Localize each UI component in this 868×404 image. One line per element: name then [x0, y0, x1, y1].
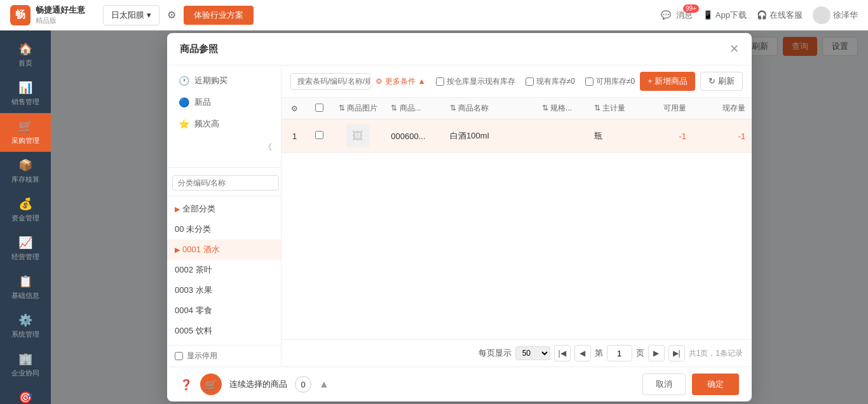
- cat-label-0004: 0004 零食: [175, 305, 212, 316]
- row-avail: -1: [634, 119, 693, 153]
- row-spec: [536, 119, 588, 153]
- cat-label-0001: 0001 酒水: [182, 244, 220, 255]
- messages-badge[interactable]: 💬 99+ 消息: [661, 10, 693, 21]
- category-search-input[interactable]: [172, 175, 279, 191]
- per-page-label: 每页显示: [478, 347, 512, 359]
- col-header-code: ⇅ 商品...: [384, 98, 444, 119]
- select-all-checkbox[interactable]: [315, 104, 323, 112]
- action-buttons: + 新增商品 ↻ 刷新: [640, 72, 743, 91]
- row-image: 🖼: [331, 119, 384, 153]
- col-header-image: ⇅ 商品图片: [331, 98, 384, 119]
- navbar: 畅 畅捷通好生意 精品版 日太阳膜 ▾ ⚙ 体验行业方案 💬 99+ 消息 📱 …: [0, 0, 868, 30]
- more-filters-button[interactable]: ⚙ 更多条件 ▲: [376, 76, 426, 87]
- app-download-link[interactable]: 📱 App下载: [703, 10, 747, 21]
- cat-item-0001[interactable]: ▶ 0001 酒水: [167, 239, 281, 260]
- sidebar-item-inventory[interactable]: 📦 库存核算: [0, 152, 51, 191]
- tab-recent-purchase[interactable]: 🕐 近期购买: [172, 71, 276, 91]
- avatar: [813, 6, 831, 24]
- page-input[interactable]: [607, 345, 632, 361]
- cat-item-0005[interactable]: 0005 饮料: [167, 321, 281, 341]
- nav-right: 💬 99+ 消息 📱 App下载 🎧 在线客服 徐泽华: [661, 6, 858, 24]
- page-last-button[interactable]: ▶|: [668, 345, 685, 361]
- collapse-footer-icon[interactable]: ▲: [319, 379, 329, 390]
- confirm-button[interactable]: 确定: [692, 374, 739, 395]
- modal-close-button[interactable]: ✕: [729, 42, 739, 56]
- cancel-button[interactable]: 取消: [642, 374, 686, 395]
- customer-service-link[interactable]: 🎧 在线客服: [757, 10, 803, 21]
- filter-icon: ⚙: [376, 77, 383, 86]
- logo-line2: 精品版: [36, 16, 85, 25]
- current-stock-checkbox[interactable]: [526, 77, 534, 86]
- available-stock-checkbox[interactable]: [585, 77, 593, 86]
- sidebar-item-home[interactable]: 🏠 首页: [0, 36, 51, 74]
- nav-trial-button[interactable]: 体验行业方案: [184, 6, 254, 25]
- col-checkbox: [308, 98, 331, 119]
- col-settings[interactable]: ⚙: [281, 98, 308, 119]
- show-disabled-checkbox[interactable]: [175, 352, 183, 360]
- row-stock: -1: [693, 119, 752, 153]
- high-frequency-label: 频次高: [194, 118, 219, 130]
- sidebar-label-home: 首页: [18, 58, 32, 68]
- logo-line1: 畅捷通好生意: [36, 4, 85, 16]
- col-header-name: ⇅ 商品名称: [444, 98, 535, 119]
- sidebar-item-guide[interactable]: 🎯 新手引导: [0, 384, 51, 404]
- left-panel: 🕐 近期购买 🔵 新品 ⭐ 频次高: [167, 65, 281, 367]
- row-checkbox-1[interactable]: [315, 131, 323, 139]
- cat-label-0005: 0005 饮料: [175, 325, 212, 337]
- sidebar: 🏠 首页 📊 销售管理 🛒 采购管理 📦 库存核算 💰 资金管理 📈 经营管理 …: [0, 30, 51, 404]
- product-search-input[interactable]: [291, 74, 370, 89]
- page-prev-button[interactable]: ◀: [574, 345, 591, 361]
- gear-icon[interactable]: ⚙: [167, 9, 176, 21]
- logo-icon: 畅: [10, 5, 31, 25]
- main-area: ↻ 刷新 查询 设置 商品参照 ✕: [51, 30, 868, 404]
- cat-label-all: 全部分类: [182, 203, 215, 215]
- system-icon: ⚙️: [18, 313, 32, 327]
- cat-item-00[interactable]: 00 未分类: [167, 219, 281, 239]
- help-icon[interactable]: ❓: [180, 379, 193, 391]
- warehouse-stock-label: 按仓库显示现有库存: [447, 76, 515, 87]
- table-row[interactable]: 1 🖼 000600...: [281, 119, 752, 153]
- page-next-button[interactable]: ▶: [648, 345, 665, 361]
- sidebar-label-sales: 销售管理: [11, 97, 39, 107]
- refresh-button[interactable]: ↻ 刷新: [700, 72, 743, 91]
- modal-footer: ❓ 🛒 连续选择的商品 0 ▲ 取消 确定: [167, 367, 752, 401]
- username-label: 徐泽华: [833, 10, 858, 21]
- per-page-select[interactable]: 50 100 200: [515, 346, 550, 360]
- cat-item-all[interactable]: ▶ 全部分类: [167, 199, 281, 219]
- sidebar-item-operations[interactable]: 📈 经营管理: [0, 229, 51, 268]
- filter-checkbox-1: 按仓库显示现有库存: [436, 76, 515, 87]
- inventory-icon: 📦: [18, 158, 32, 172]
- page-first-button[interactable]: |◀: [554, 345, 571, 361]
- sidebar-item-basic-info[interactable]: 📋 基础信息: [0, 268, 51, 307]
- sidebar-item-sales[interactable]: 📊 销售管理: [0, 74, 51, 113]
- user-avatar[interactable]: 徐泽华: [813, 6, 858, 24]
- cat-item-0002[interactable]: 0002 茶叶: [167, 260, 281, 280]
- recent-purchase-label: 近期购买: [194, 75, 227, 86]
- basic-info-icon: 📋: [18, 274, 32, 288]
- table-header-row: ⚙ ⇅ 商品图片 ⇅ 商品...: [281, 98, 752, 119]
- cat-item-0003[interactable]: 0003 水果: [167, 280, 281, 300]
- cat-label-0002: 0002 茶叶: [175, 264, 212, 276]
- logo-area: 畅 畅捷通好生意 精品版: [10, 4, 85, 25]
- row-unit: 瓶: [588, 119, 634, 153]
- logo-text: 畅捷通好生意 精品版: [36, 4, 85, 25]
- sidebar-item-corp[interactable]: 🏢 企业协同: [0, 346, 51, 384]
- sidebar-label-basic-info: 基础信息: [11, 291, 39, 300]
- cat-item-0004[interactable]: 0004 零食: [167, 300, 281, 321]
- operations-icon: 📈: [18, 236, 32, 250]
- add-product-button[interactable]: + 新增商品: [640, 72, 695, 91]
- warehouse-stock-checkbox[interactable]: [436, 77, 444, 86]
- sidebar-label-finance: 资金管理: [11, 213, 39, 223]
- tab-high-frequency[interactable]: ⭐ 频次高: [172, 114, 276, 134]
- nav-dropdown[interactable]: 日太阳膜 ▾: [103, 5, 159, 25]
- sidebar-item-finance[interactable]: 💰 资金管理: [0, 191, 51, 229]
- page-info: 共1页，1条记录: [689, 348, 743, 359]
- collapse-left-button[interactable]: 《: [260, 138, 276, 157]
- new-products-label: 新品: [194, 97, 211, 108]
- sidebar-item-system[interactable]: ⚙️ 系统管理: [0, 307, 51, 346]
- right-panel: 🔍 ⚙ 更多条件 ▲ 按仓库显示现有库存: [281, 65, 752, 367]
- tab-new-products[interactable]: 🔵 新品: [172, 92, 276, 112]
- cart-button[interactable]: 🛒: [200, 374, 222, 395]
- new-products-icon: 🔵: [179, 97, 189, 107]
- sidebar-item-purchase[interactable]: 🛒 采购管理: [0, 113, 51, 152]
